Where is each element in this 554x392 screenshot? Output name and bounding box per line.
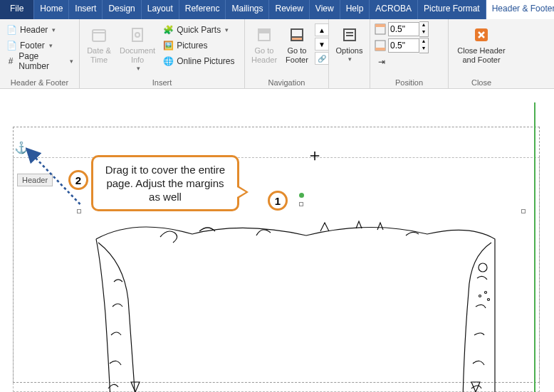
chevron-down-icon: ▾ bbox=[49, 42, 53, 49]
goto-header-icon bbox=[254, 25, 274, 45]
group-close: Close Header and Footer Close bbox=[449, 19, 514, 88]
group-label-close: Close bbox=[451, 77, 511, 88]
footer-label: Footer bbox=[20, 41, 45, 51]
selection-handle-top[interactable] bbox=[299, 202, 303, 206]
svg-rect-3 bbox=[93, 30, 105, 41]
svg-rect-17 bbox=[375, 48, 385, 51]
goto-footer-button[interactable]: Go to Footer bbox=[282, 22, 312, 66]
pictures-label: Pictures bbox=[177, 41, 207, 51]
chevron-down-icon: ▾ bbox=[348, 55, 352, 63]
quick-parts-label: Quick Parts bbox=[177, 25, 221, 35]
svg-rect-5 bbox=[132, 28, 142, 41]
group-label-hf: Header & Footer bbox=[3, 77, 76, 88]
online-pictures-label: Online Pictures bbox=[177, 56, 234, 66]
header-icon: 📄 bbox=[6, 24, 17, 36]
header-top-input[interactable]: ▲▼ bbox=[388, 22, 429, 36]
rotate-handle[interactable] bbox=[299, 193, 304, 198]
selection-handle-tr[interactable] bbox=[521, 209, 526, 213]
online-pictures-icon: 🌐 bbox=[162, 55, 174, 67]
tab-acrobat[interactable]: ACROBA bbox=[370, 0, 418, 19]
tab-view[interactable]: View bbox=[310, 0, 340, 19]
svg-rect-10 bbox=[291, 37, 303, 41]
pictures-button[interactable]: 🖼️ Pictures bbox=[161, 38, 236, 53]
footer-bottom-field[interactable] bbox=[388, 38, 419, 53]
tab-file[interactable]: File bbox=[0, 0, 34, 19]
date-time-label: Date & Time bbox=[87, 46, 111, 65]
goto-header-button[interactable]: Go to Header bbox=[249, 22, 279, 66]
nav-prev-button[interactable]: ▲ bbox=[315, 23, 329, 36]
tab-mailings[interactable]: Mailings bbox=[226, 0, 269, 19]
chevron-down-icon: ▾ bbox=[70, 58, 73, 65]
group-insert: Date & Time Document Info ▾ 🧩 Quick Part… bbox=[80, 19, 245, 88]
tab-references[interactable]: Referenc bbox=[179, 0, 226, 19]
group-label-position: Position bbox=[373, 77, 445, 88]
move-cursor-icon: ＋ bbox=[306, 144, 323, 166]
spin-up[interactable]: ▲ bbox=[419, 38, 428, 46]
footer-from-bottom-icon bbox=[375, 40, 386, 51]
group-label-insert: Insert bbox=[83, 77, 241, 88]
close-header-footer-button[interactable]: Close Header and Footer bbox=[454, 22, 508, 66]
page-number-menu[interactable]: # Page Number ▾ bbox=[4, 53, 75, 69]
quick-parts-icon: 🧩 bbox=[162, 24, 174, 36]
ribbon-tabs: File Home Insert Design Layout Referenc … bbox=[0, 0, 554, 19]
tab-layout[interactable]: Layout bbox=[142, 0, 179, 19]
step-marker-2: 2 bbox=[68, 170, 88, 190]
page-number-icon: # bbox=[6, 55, 16, 67]
group-navigation: Go to Header Go to Footer ▲ ▼ 🔗 Navigati… bbox=[245, 19, 329, 88]
svg-rect-8 bbox=[258, 29, 270, 33]
footer-icon: 📄 bbox=[6, 40, 17, 51]
quick-parts-menu[interactable]: 🧩 Quick Parts ▾ bbox=[161, 22, 236, 38]
alignment-guide bbox=[534, 102, 535, 392]
spin-up[interactable]: ▲ bbox=[419, 22, 428, 29]
next-icon: ▼ bbox=[318, 41, 325, 48]
tab-header-footer[interactable]: Header & Footer bbox=[486, 0, 554, 19]
chevron-down-icon: ▾ bbox=[137, 65, 140, 72]
chevron-down-icon: ▾ bbox=[52, 26, 56, 33]
step-marker-1: 1 bbox=[268, 191, 288, 211]
goto-footer-icon bbox=[287, 25, 307, 45]
page-number-label: Page Number bbox=[19, 51, 66, 71]
align-tab-icon: ⇥ bbox=[376, 56, 387, 68]
group-header-footer: 📄 Header ▾ 📄 Footer ▾ # Page Number ▾ He… bbox=[0, 19, 80, 88]
group-label-nav: Navigation bbox=[248, 77, 325, 88]
nav-link-button[interactable]: 🔗 bbox=[315, 52, 329, 65]
tab-picture-format[interactable]: Picture Format bbox=[418, 0, 486, 19]
options-icon bbox=[340, 25, 360, 45]
callout-arrow-icon bbox=[237, 185, 249, 199]
header-menu[interactable]: 📄 Header ▾ bbox=[4, 22, 57, 38]
selection-handle-tl[interactable] bbox=[77, 209, 81, 213]
svg-rect-15 bbox=[375, 24, 385, 27]
header-top-field[interactable] bbox=[388, 22, 419, 36]
options-button[interactable]: Options ▾ bbox=[333, 22, 365, 64]
calendar-icon bbox=[89, 25, 109, 45]
close-icon bbox=[471, 25, 491, 45]
tab-help[interactable]: Help bbox=[340, 0, 370, 19]
tab-insert[interactable]: Insert bbox=[69, 0, 103, 19]
footer-bottom-input[interactable]: ▲▼ bbox=[388, 38, 429, 53]
instruction-callout: Drag it to cover the entire page. Adjust… bbox=[91, 155, 239, 211]
tab-home[interactable]: Home bbox=[34, 0, 69, 19]
group-options: Options ▾ bbox=[329, 19, 370, 88]
prev-icon: ▲ bbox=[318, 26, 325, 34]
nav-next-button[interactable]: ▼ bbox=[315, 38, 329, 51]
group-label-options bbox=[332, 77, 367, 88]
header-from-top-icon bbox=[375, 23, 386, 35]
link-icon: 🔗 bbox=[318, 55, 326, 63]
options-label: Options bbox=[336, 46, 363, 55]
tab-design[interactable]: Design bbox=[103, 0, 141, 19]
tab-review[interactable]: Review bbox=[269, 0, 309, 19]
callout-text: Drag it to cover the entire page. Adjust… bbox=[105, 164, 225, 203]
pictures-icon: 🖼️ bbox=[162, 40, 174, 51]
date-time-button[interactable]: Date & Time bbox=[84, 22, 114, 66]
close-label: Close Header and Footer bbox=[457, 46, 505, 65]
document-info-button[interactable]: Document Info ▾ bbox=[117, 22, 158, 73]
ribbon: 📄 Header ▾ 📄 Footer ▾ # Page Number ▾ He… bbox=[0, 19, 554, 89]
insert-align-tab-button[interactable]: ⇥ bbox=[375, 55, 389, 69]
document-canvas[interactable]: ⚓ Header ＋ Drag it to cover the entire p… bbox=[0, 90, 554, 392]
spin-down[interactable]: ▼ bbox=[419, 46, 428, 53]
doc-info-label: Document Info bbox=[120, 46, 155, 65]
online-pictures-button[interactable]: 🌐 Online Pictures bbox=[161, 53, 236, 69]
header-label: Header bbox=[20, 25, 48, 35]
spin-down[interactable]: ▼ bbox=[419, 29, 428, 36]
chevron-down-icon: ▾ bbox=[225, 26, 229, 33]
